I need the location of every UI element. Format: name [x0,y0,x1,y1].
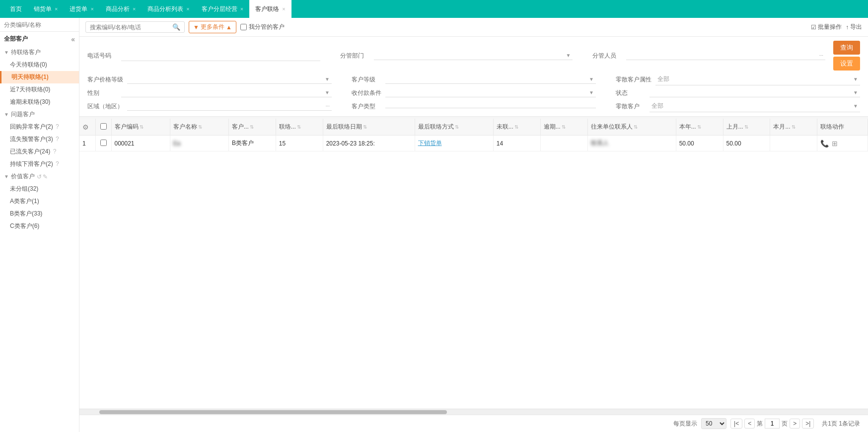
nav-close-icon[interactable]: × [282,6,285,12]
td-last-month: 50.00 [723,136,770,151]
sidebar-all-customers[interactable]: 全部客户 « [0,32,79,46]
my-customers-checkbox-label[interactable]: 我分管的客户 [240,23,285,31]
scroll-thumb[interactable] [99,410,447,414]
nav-close-icon[interactable]: × [90,6,93,12]
select-all-checkbox[interactable] [100,123,107,130]
last-contact-method-link[interactable]: 下销货单 [418,140,442,146]
grid-action-icon[interactable]: ⊞ [832,140,838,147]
filter-gender-select[interactable]: ▼ [121,88,332,97]
filter-customer-level-select[interactable]: ▼ [385,75,596,84]
nav-close-icon[interactable]: × [55,6,58,12]
td-name[interactable]: Ea [170,136,228,151]
th-overdue: 逾期... ⇅ [540,119,587,136]
next-page-btn[interactable]: > [790,419,800,429]
filter-manager-select[interactable]: ··· [626,51,825,60]
main-search-icon[interactable]: 🔍 [172,23,180,31]
my-customers-checkbox[interactable] [240,24,247,30]
sidebar-item-churned[interactable]: 已流失客户(24) ? [0,145,79,158]
sort-icon[interactable]: ⇅ [562,124,566,130]
status-dropdown-icon: ▼ [853,90,858,95]
footer: 每页显示 50 100 200 |< < 第 页 > >| 共1页 1条记录 [79,415,868,432]
row-checkbox[interactable] [100,140,107,146]
nav-sales-order[interactable]: 销货单 × [28,0,64,18]
filter-status-select[interactable]: ▼ [650,88,860,97]
sort-icon[interactable]: ⇅ [792,124,796,130]
sidebar-group-value[interactable]: 价值客户 ↺ ✎ [0,170,79,183]
nav-close-icon[interactable]: × [133,6,136,12]
td-code: 000021 [111,136,170,151]
sidebar-item-declining[interactable]: 持续下滑客户(2) ? [0,158,79,170]
query-button[interactable]: 查询 [833,41,860,55]
sort-icon[interactable]: ⇅ [744,124,748,130]
sidebar-group-problem[interactable]: 问题客户 [0,108,79,121]
phone-action-icon[interactable]: 📞 [820,140,829,147]
td-last-contact-method[interactable]: 下销货单 [415,136,493,151]
filter-phone-input[interactable] [121,51,320,61]
retail-attr-dropdown-icon: ▼ [853,76,858,82]
value-group-edit-icon[interactable]: ✎ [43,173,48,180]
th-this-month: 本月... ⇅ [770,119,817,136]
th-last-contact-date: 最后联络日期 ⇅ [323,119,415,136]
sidebar-item-today-pending[interactable]: 今天待联络(0) [0,59,79,71]
manager-more-icon: ··· [819,53,823,58]
sidebar-item-b-class[interactable]: B类客户(33) [0,208,79,220]
filter-payment-select[interactable]: ▼ [385,88,596,97]
nav-close-icon[interactable]: × [240,6,243,12]
sidebar-item-ungrouped[interactable]: 未分组(32) [0,183,79,195]
nav-product-analysis-list[interactable]: 商品分析列表 × [142,0,195,18]
filter-icon: ▼ [193,24,199,31]
sort-icon[interactable]: ⇅ [297,124,301,130]
contact-person-text: 联系人 [591,140,609,146]
sidebar-collapse-icon[interactable]: « [71,35,75,43]
th-action: 联络动作 [817,119,868,136]
sidebar-item-churn-warning[interactable]: 流失预警客户(3) ? [0,133,79,145]
value-group-refresh-icon[interactable]: ↺ [37,173,42,180]
table-settings-icon[interactable]: ⚙ [82,123,89,131]
nav-customer-segmentation[interactable]: 客户分层经营 × [196,0,249,18]
sort-icon[interactable]: ⇅ [634,124,638,130]
sort-icon[interactable]: ⇅ [514,124,518,130]
sidebar-group-pending[interactable]: 待联络客户 [0,46,79,59]
sort-icon[interactable]: ⇅ [140,124,144,130]
last-page-btn[interactable]: >| [802,419,814,429]
sort-icon[interactable]: ⇅ [363,124,367,130]
more-filter-btn[interactable]: ▼ 更多条件 ▲ [189,21,236,33]
sidebar-item-c-class[interactable]: C类客户(6) [0,220,79,232]
set-button[interactable]: 设置 [833,57,860,71]
horizontal-scrollbar[interactable] [79,409,868,415]
sidebar-item-week-pending[interactable]: 近7天待联络(0) [0,83,79,96]
sort-icon[interactable]: ⇅ [697,124,701,130]
prev-page-btn[interactable]: < [744,419,755,429]
sort-icon[interactable]: ⇅ [455,124,459,130]
th-uncontacted: 未联... ⇅ [493,119,540,136]
sidebar-search-input[interactable] [4,21,78,28]
filter-customer-type-select[interactable] [385,105,596,108]
sidebar-item-a-class[interactable]: A类客户(1) [0,195,79,208]
customer-table: ⚙ 客户编码 ⇅ 客户名称 [79,119,868,151]
sidebar-item-repurchase-abnormal[interactable]: 回购异常客户(2) ? [0,121,79,133]
nav-close-icon[interactable]: × [186,6,189,12]
sort-icon[interactable]: ⇅ [198,124,202,130]
td-checkbox[interactable] [95,136,111,151]
filter-retail-customer-select[interactable]: 全部 ▼ [650,100,860,112]
batch-operation-btn[interactable]: ☑ 批量操作 [811,23,842,31]
sort-icon[interactable]: ⇅ [250,124,254,130]
first-page-btn[interactable]: |< [730,419,742,429]
sidebar-item-overdue-pending[interactable]: 逾期未联络(30) [0,96,79,108]
nav-purchase-order[interactable]: 进货单 × [64,0,99,18]
filter-price-level-select[interactable]: ▼ [127,75,332,84]
page-number-input[interactable] [765,419,780,429]
filter-panel: 电话号码 分管部门 ▼ 分管人员 ··· [79,37,868,117]
sidebar-item-tomorrow-pending[interactable]: 明天待联络(1) [0,71,79,83]
export-btn[interactable]: ↑ 导出 [846,23,862,31]
nav-product-analysis[interactable]: 商品分析 × [100,0,142,18]
action-icons-group: 📞 ⊞ [820,140,865,147]
nav-customer-contact[interactable]: 客户联络 × [249,0,291,18]
nav-home[interactable]: 首页 [4,0,28,18]
filter-area-select[interactable]: ··· [127,102,332,111]
per-page-select[interactable]: 50 100 200 [701,418,726,429]
th-contact-count: 联络... ⇅ [276,119,323,136]
main-search-input[interactable] [90,24,172,31]
filter-retail-attr-select[interactable]: 全部 ▼ [655,73,860,85]
filter-dept-select[interactable]: ▼ [374,51,573,60]
